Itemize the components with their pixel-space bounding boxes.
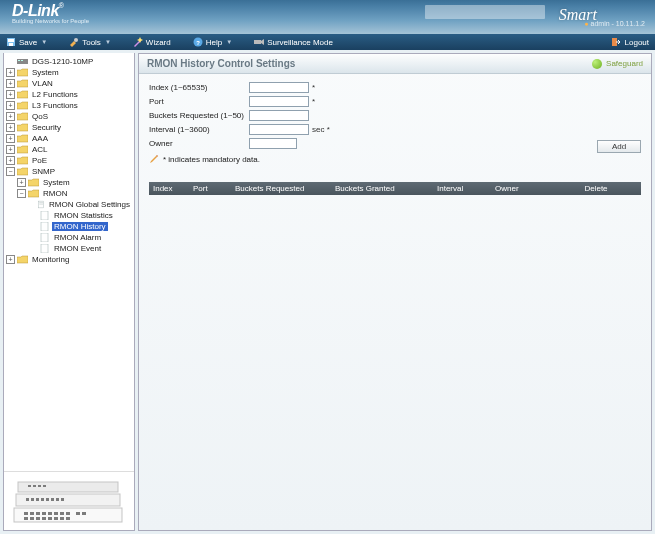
svg-rect-12 <box>453 13 459 16</box>
tree-security[interactable]: + Security <box>6 122 132 133</box>
svg-rect-64 <box>28 485 31 487</box>
tree-poe-label: PoE <box>30 156 49 165</box>
folder-icon <box>17 112 28 121</box>
buckets-input[interactable] <box>249 110 309 121</box>
tree-poe[interactable]: + PoE <box>6 155 132 166</box>
tree-system-label: System <box>30 68 61 77</box>
tree-system[interactable]: + System <box>6 67 132 78</box>
expand-icon[interactable]: + <box>6 145 15 154</box>
svg-rect-59 <box>41 498 44 501</box>
tree-rmon-event-label: RMON Event <box>52 244 103 253</box>
tree-vlan[interactable]: + VLAN <box>6 78 132 89</box>
tree-snmp[interactable]: − SNMP <box>6 166 132 177</box>
owner-input[interactable] <box>249 138 297 149</box>
svg-rect-1 <box>429 8 435 11</box>
col-buckets-granted: Buckets Granted <box>331 184 433 193</box>
expand-icon[interactable]: + <box>6 101 15 110</box>
expand-icon[interactable]: + <box>17 178 26 187</box>
port-input[interactable] <box>249 96 309 107</box>
expand-icon[interactable]: + <box>6 79 15 88</box>
svg-rect-54 <box>60 517 64 520</box>
folder-icon <box>17 68 28 77</box>
svg-rect-67 <box>43 485 46 487</box>
svg-rect-38 <box>24 512 28 515</box>
tree-rmon-stats[interactable]: RMON Statistics <box>6 210 132 221</box>
svg-rect-11 <box>445 13 451 16</box>
brand-logo: D-Link® Building Networks for People <box>12 2 89 24</box>
svg-rect-8 <box>485 8 491 11</box>
tree-snmp-system[interactable]: + System <box>6 177 132 188</box>
index-input[interactable] <box>249 82 309 93</box>
svg-rect-44 <box>60 512 64 515</box>
safeguard-icon <box>592 59 602 69</box>
tree-aaa[interactable]: + AAA <box>6 133 132 144</box>
svg-rect-14 <box>469 13 475 16</box>
menu-logout[interactable]: Logout <box>611 37 649 47</box>
menu-surveillance[interactable]: Surveillance Mode <box>254 37 333 47</box>
svg-rect-6 <box>469 8 475 11</box>
svg-rect-66 <box>38 485 41 487</box>
page-icon <box>39 244 50 253</box>
svg-rect-63 <box>61 498 64 501</box>
svg-rect-2 <box>437 8 443 11</box>
tree-l3[interactable]: + L3 Functions <box>6 100 132 111</box>
chevron-down-icon: ▼ <box>226 39 232 45</box>
svg-rect-19 <box>9 43 13 46</box>
svg-rect-62 <box>56 498 59 501</box>
pencil-icon <box>149 154 159 164</box>
svg-rect-57 <box>31 498 34 501</box>
tree-rmon-label: RMON <box>41 189 69 198</box>
expand-icon[interactable]: + <box>6 90 15 99</box>
svg-rect-25 <box>17 59 28 64</box>
menu-help[interactable]: ? Help▼ <box>193 37 232 47</box>
tree-root[interactable]: DGS-1210-10MP <box>6 56 132 67</box>
expand-icon[interactable]: + <box>6 123 15 132</box>
interval-suffix: sec * <box>312 125 330 134</box>
port-label: Port <box>149 97 249 106</box>
interval-input[interactable] <box>249 124 309 135</box>
svg-rect-26 <box>18 60 20 61</box>
collapse-icon[interactable]: − <box>6 167 15 176</box>
svg-rect-49 <box>30 517 34 520</box>
tree-rmon-alarm-label: RMON Alarm <box>52 233 103 242</box>
index-label: Index (1~65535) <box>149 83 249 92</box>
expand-icon[interactable]: + <box>6 156 15 165</box>
menu-save[interactable]: Save▼ <box>6 37 47 47</box>
svg-rect-45 <box>66 512 70 515</box>
folder-icon <box>17 156 28 165</box>
tree-aaa-label: AAA <box>30 134 50 143</box>
tree-qos[interactable]: + QoS <box>6 111 132 122</box>
save-icon <box>6 37 16 47</box>
app-header: D-Link® Building Networks for People Sma… <box>0 0 655 34</box>
table-header: Index Port Buckets Requested Buckets Gra… <box>149 182 641 195</box>
tree-rmon-event[interactable]: RMON Event <box>6 243 132 254</box>
tree-rmon-global[interactable]: RMON Global Settings <box>6 199 132 210</box>
add-button[interactable]: Add <box>597 140 641 153</box>
mandatory-note: * indicates mandatory data. <box>163 155 260 164</box>
tree-rmon-alarm[interactable]: RMON Alarm <box>6 232 132 243</box>
svg-rect-58 <box>36 498 39 501</box>
svg-point-20 <box>74 38 78 42</box>
expand-icon[interactable]: + <box>6 255 15 264</box>
menu-surveillance-label: Surveillance Mode <box>267 38 333 47</box>
help-icon: ? <box>193 37 203 47</box>
tree-monitoring[interactable]: + Monitoring <box>6 254 132 265</box>
tree-rmon[interactable]: − RMON <box>6 188 132 199</box>
svg-rect-39 <box>30 512 34 515</box>
expand-icon[interactable]: + <box>6 68 15 77</box>
expand-icon[interactable]: + <box>6 134 15 143</box>
tree-spacer <box>28 244 37 253</box>
table-body <box>149 195 641 522</box>
brand-tagline: Building Networks for People <box>12 18 89 24</box>
tree-l2[interactable]: + L2 Functions <box>6 89 132 100</box>
nav-tree: DGS-1210-10MP + System + VLAN + L2 Funct… <box>4 53 134 471</box>
collapse-icon[interactable]: − <box>17 189 26 198</box>
expand-icon[interactable]: + <box>6 112 15 121</box>
menu-wizard[interactable]: Wizard <box>133 37 171 47</box>
col-delete: Delete <box>551 184 641 193</box>
tree-acl[interactable]: + ACL <box>6 144 132 155</box>
tree-rmon-history[interactable]: RMON History <box>6 221 132 232</box>
panel-body: Index (1~65535) * Port * Buckets Request… <box>139 74 651 530</box>
menu-tools[interactable]: Tools▼ <box>69 37 111 47</box>
interval-label: Interval (1~3600) <box>149 125 249 134</box>
